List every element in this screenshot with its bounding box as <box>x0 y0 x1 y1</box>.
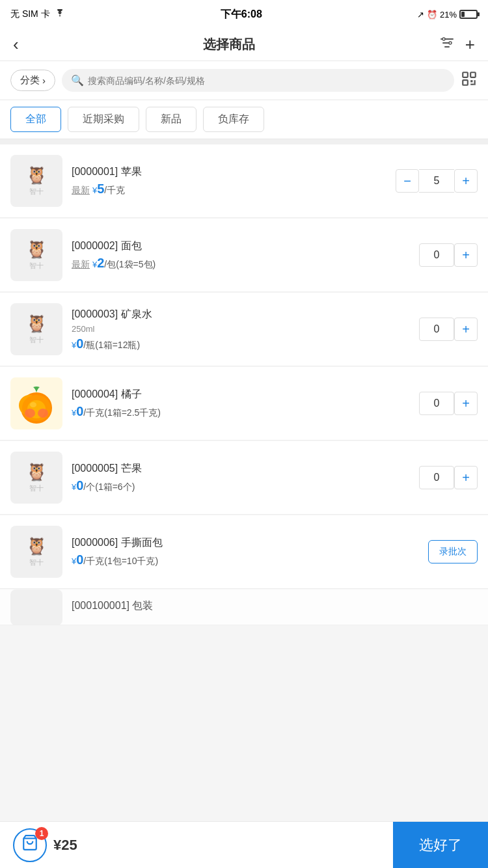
product-price: ¥0/千克(1包=10千克) <box>72 552 419 567</box>
owl-icon: 🦉 <box>26 239 47 260</box>
tab-recent[interactable]: 近期采购 <box>68 107 139 132</box>
product-name: [0000001] 苹果 <box>72 165 386 179</box>
owl-icon: 🦉 <box>26 536 47 556</box>
status-right: ↗ ⏰ 21% <box>417 10 478 20</box>
status-left: 无 SIM 卡 <box>10 8 66 20</box>
location-icon: ↗ <box>417 10 424 20</box>
category-button[interactable]: 分类 › <box>10 70 55 91</box>
qty-input[interactable] <box>419 169 454 193</box>
qty-input[interactable] <box>419 392 454 415</box>
category-label: 分类 <box>20 74 40 87</box>
qty-plus-button[interactable]: + <box>454 466 478 489</box>
product-image: 🦉 智十 <box>10 526 62 578</box>
record-batch-button[interactable]: 录批次 <box>428 540 478 563</box>
product-info: [0000002] 面包 最新 ¥2/包(1袋=5包) <box>72 239 410 271</box>
divider <box>0 139 488 144</box>
back-button[interactable]: ‹ <box>13 34 19 55</box>
product-price: ¥0/瓶(1箱=12瓶) <box>72 336 410 351</box>
qty-control: + <box>419 392 478 415</box>
filter-icon[interactable] <box>439 35 455 55</box>
product-image: 🦉 智十 <box>10 155 62 207</box>
qty-minus-button[interactable]: − <box>396 169 419 193</box>
qty-input[interactable] <box>419 466 454 489</box>
scan-icon[interactable] <box>461 70 478 91</box>
tab-bar: 全部 近期采购 新品 负库存 <box>0 100 488 139</box>
product-image: 🦉 智十 <box>10 229 62 281</box>
cart-area: 1 ¥25 <box>0 828 393 862</box>
product-info: [0000003] 矿泉水 250ml ¥0/瓶(1箱=12瓶) <box>72 308 410 351</box>
svg-point-4 <box>449 42 452 44</box>
svg-point-3 <box>442 38 445 40</box>
search-input[interactable] <box>88 75 445 86</box>
list-item: [000100001] 包装 <box>0 590 488 625</box>
list-item: 🦉 智十 [0000005] 芒果 ¥0/个(1箱=6个) + <box>0 441 488 515</box>
cart-badge: 1 <box>35 827 48 840</box>
product-price: 最新 ¥5/千克 <box>72 182 386 197</box>
battery-icon <box>459 10 478 19</box>
product-image <box>10 590 62 625</box>
product-info: [0000005] 芒果 ¥0/个(1箱=6个) <box>72 462 410 493</box>
product-info: [0000001] 苹果 最新 ¥5/千克 <box>72 165 386 197</box>
nav-bar: ‹ 选择商品 + <box>0 29 488 61</box>
list-item: 🦉 智十 [0000001] 苹果 最新 ¥5/千克 − + <box>0 144 488 218</box>
svg-rect-5 <box>463 72 468 77</box>
svg-point-16 <box>25 409 35 418</box>
product-price: ¥0/个(1箱=6个) <box>72 478 410 493</box>
product-image <box>10 377 62 429</box>
product-info: [000100001] 包装 <box>72 599 478 616</box>
product-spec: 250ml <box>72 324 410 334</box>
bottom-bar: 1 ¥25 选好了 <box>0 821 488 868</box>
list-item: 🦉 智十 [0000006] 手撕面包 ¥0/千克(1包=10千克) 录批次 <box>0 515 488 589</box>
product-name: [0000006] 手撕面包 <box>72 536 419 550</box>
owl-icon: 🦉 <box>26 462 47 482</box>
search-box: 🔍 <box>62 69 454 92</box>
search-icon: 🔍 <box>71 74 84 87</box>
qty-plus-button[interactable]: + <box>454 243 478 267</box>
list-item: 🦉 智十 [0000003] 矿泉水 250ml ¥0/瓶(1箱=12瓶) + <box>0 293 488 366</box>
nav-actions: + <box>439 34 475 55</box>
qty-plus-button[interactable]: + <box>454 169 478 193</box>
svg-rect-9 <box>474 80 476 85</box>
alarm-icon: ⏰ <box>427 10 437 20</box>
qty-plus-button[interactable]: + <box>454 318 478 341</box>
svg-point-15 <box>30 402 36 407</box>
product-name: [0000002] 面包 <box>72 239 410 253</box>
svg-rect-7 <box>463 80 468 85</box>
add-button[interactable]: + <box>465 34 475 55</box>
product-image: 🦉 智十 <box>10 452 62 504</box>
status-time: 下午6:08 <box>221 8 262 21</box>
product-image: 🦉 智十 <box>10 303 62 355</box>
list-item: 🦉 智十 [0000002] 面包 最新 ¥2/包(1袋=5包) + <box>0 219 488 292</box>
qty-control: + <box>419 243 478 267</box>
svg-rect-2 <box>444 46 450 47</box>
svg-rect-6 <box>470 72 476 77</box>
product-info: [0000004] 橘子 ¥0/千克(1箱=2.5千克) <box>72 388 410 419</box>
product-list: 🦉 智十 [0000001] 苹果 最新 ¥5/千克 − + 🦉 智十 [000… <box>0 144 488 678</box>
qty-input[interactable] <box>419 243 454 267</box>
svg-rect-10 <box>470 83 474 85</box>
product-price: 最新 ¥2/包(1袋=5包) <box>72 256 410 271</box>
cart-button[interactable]: 1 <box>13 828 47 862</box>
owl-icon: 🦉 <box>26 165 47 185</box>
qty-input[interactable] <box>419 318 454 341</box>
wifi-icon <box>54 9 66 20</box>
battery-percent: 21% <box>440 10 457 20</box>
list-item: [0000004] 橘子 ¥0/千克(1箱=2.5千克) + <box>0 367 488 441</box>
qty-control: + <box>419 466 478 489</box>
search-area: 分类 › 🔍 <box>0 61 488 100</box>
tab-negative-stock[interactable]: 负库存 <box>203 107 264 132</box>
page-title: 选择商品 <box>203 36 255 53</box>
confirm-button[interactable]: 选好了 <box>393 822 488 869</box>
tab-new[interactable]: 新品 <box>146 107 197 132</box>
status-bar: 无 SIM 卡 下午6:08 ↗ ⏰ 21% <box>0 0 488 29</box>
qty-plus-button[interactable]: + <box>454 392 478 415</box>
product-name: [0000004] 橘子 <box>72 388 410 401</box>
product-price: ¥0/千克(1箱=2.5千克) <box>72 404 410 419</box>
qty-control: + <box>419 318 478 341</box>
tab-all[interactable]: 全部 <box>10 107 61 132</box>
product-name: [0000005] 芒果 <box>72 462 410 476</box>
category-chevron: › <box>42 75 46 86</box>
owl-icon: 🦉 <box>26 314 47 334</box>
qty-control: − + <box>396 169 478 193</box>
svg-rect-8 <box>470 80 472 82</box>
